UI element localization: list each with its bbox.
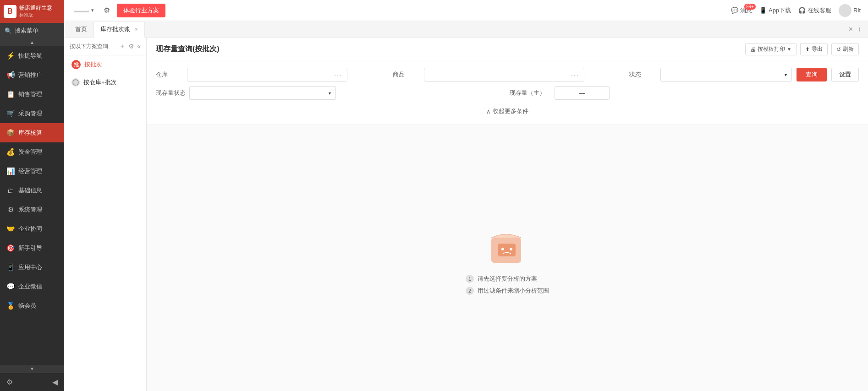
content-area: 按以下方案查询 ＋ ⚙ « 批 按批次 按仓库+批次 xyxy=(64,38,868,391)
page-header-actions: 🖨 按模板打印 ▼ ⬆ 导出 ↺ 刷新 xyxy=(745,43,859,55)
stock-status-filter-group: 现存量状态 ▾ xyxy=(156,86,505,100)
export-icon: ⬆ xyxy=(805,46,810,53)
warehouse-dots: ··· xyxy=(334,71,342,78)
tab-panel-close-area: × ⟩ xyxy=(846,25,863,33)
top-settings-btn[interactable]: ⚙ xyxy=(100,4,113,17)
hint-num-2: 2 xyxy=(466,287,474,295)
online-service-btn[interactable]: 🎧 在线客服 xyxy=(798,6,831,15)
refresh-btn[interactable]: ↺ 刷新 xyxy=(831,43,859,55)
footer-settings-icon[interactable]: ⚙ xyxy=(6,378,13,386)
operation-icon: 📊 xyxy=(6,167,15,175)
top-bar-right: 💬 消息 99+ 📱 App下载 🎧 在线客服 Rit xyxy=(731,4,861,17)
enterprise-icon: 🤝 xyxy=(6,225,15,233)
sidebar-item-sales[interactable]: 📋 销售管理 xyxy=(0,85,64,104)
sidebar-footer: ⚙ ◀ xyxy=(0,373,64,391)
left-panel-header: 按以下方案查询 ＋ ⚙ « xyxy=(64,38,146,55)
sidebar-item-system[interactable]: ⚙ 系统管理 xyxy=(0,200,64,219)
left-panel-icons: ＋ ⚙ « xyxy=(119,42,141,50)
sidebar-item-inventory[interactable]: 📦 库存核算 xyxy=(0,123,64,142)
stock-status-chevron-icon: ▾ xyxy=(329,91,331,96)
print-dropdown-icon: ▼ xyxy=(787,47,791,52)
printer-icon: 🖨 xyxy=(750,46,756,53)
top-bar: ▬▬▬ ▾ ⚙ 体验行业方案 💬 消息 99+ 📱 App下载 🎧 在线客服 xyxy=(64,0,868,21)
system-icon: ⚙ xyxy=(6,206,15,214)
tab-inventory-batch[interactable]: 库存批次账 × xyxy=(93,21,145,38)
company-dropdown[interactable]: ▬▬▬ ▾ xyxy=(71,5,97,15)
sidebar-item-enterprise[interactable]: 🤝 企业协同 xyxy=(0,219,64,239)
marketing-icon: 📢 xyxy=(6,71,15,79)
tab-close-icon[interactable]: × xyxy=(135,26,138,33)
sidebar-item-operation[interactable]: 📊 经营管理 xyxy=(0,162,64,181)
scroll-down-btn[interactable]: ▼ xyxy=(0,365,64,373)
phone-icon: 📱 xyxy=(759,7,767,14)
sidebar-item-finance[interactable]: 💰 资金管理 xyxy=(0,142,64,162)
basic-icon: 🗂 xyxy=(6,187,15,195)
print-btn[interactable]: 🖨 按模板打印 ▼ xyxy=(745,43,797,55)
sidebar-item-appcenter[interactable]: 📱 应用中心 xyxy=(0,258,64,277)
empty-hint: 1 请先选择要分析的方案 2 用过滤条件来缩小分析范围 xyxy=(466,275,549,295)
filter-area: 仓库 ··· 商品 ··· 状态 xyxy=(147,61,868,125)
circle-icon xyxy=(72,79,79,86)
sidebar-item-newbie[interactable]: 🎯 新手引导 xyxy=(0,239,64,258)
page-header: 现存量查询(按批次) 🖨 按模板打印 ▼ ⬆ 导出 ↺ 刷新 xyxy=(147,38,868,61)
quick-nav-icon: ⚡ xyxy=(6,52,15,60)
panel-close-btn[interactable]: × xyxy=(846,25,856,33)
hint-item-2: 2 用过滤条件来缩小分析范围 xyxy=(466,287,549,295)
chevron-down-icon: ▾ xyxy=(91,7,94,13)
sidebar-item-member[interactable]: 🏅 畅会员 xyxy=(0,296,64,315)
sidebar-item-marketing[interactable]: 📢 营销推广 xyxy=(0,65,64,85)
collapse-panel-icon[interactable]: « xyxy=(137,43,141,50)
stock-status-select[interactable]: ▾ xyxy=(189,86,336,100)
main-area: ▬▬▬ ▾ ⚙ 体验行业方案 💬 消息 99+ 📱 App下载 🎧 在线客服 xyxy=(64,0,868,391)
status-select[interactable]: ▾ xyxy=(660,68,792,81)
trial-btn[interactable]: 体验行业方案 xyxy=(117,4,165,17)
newbie-icon: 🎯 xyxy=(6,244,15,252)
svg-rect-2 xyxy=(498,244,516,256)
sidebar-item-quick-nav[interactable]: ⚡ 快捷导航 xyxy=(0,46,64,65)
tab-bar: 首页 库存批次账 × × ⟩ xyxy=(64,21,868,38)
app-download-btn[interactable]: 📱 App下载 xyxy=(759,6,791,15)
message-icon: 💬 xyxy=(731,7,738,14)
panel-expand-btn[interactable]: ⟩ xyxy=(856,26,863,33)
right-content: 现存量查询(按批次) 🖨 按模板打印 ▼ ⬆ 导出 ↺ 刷新 xyxy=(147,38,868,391)
sidebar-item-wechat[interactable]: 💬 企业微信 xyxy=(0,277,64,296)
messages-btn[interactable]: 💬 消息 99+ xyxy=(731,6,752,15)
finance-icon: 💰 xyxy=(6,148,15,156)
app-logo: B xyxy=(4,5,16,18)
scheme-icon-batch: 批 xyxy=(71,60,81,69)
scheme-icon-warehouse-batch xyxy=(71,78,80,87)
query-btn[interactable]: 查询 xyxy=(797,68,827,81)
stock-qty-range[interactable]: — xyxy=(555,86,610,100)
empty-state: 1 请先选择要分析的方案 2 用过滤条件来缩小分析范围 xyxy=(147,125,868,391)
scheme-item-by-warehouse-batch[interactable]: 按仓库+批次 xyxy=(64,74,146,91)
user-avatar-btn[interactable]: Rit xyxy=(839,4,861,17)
sidebar-item-basic[interactable]: 🗂 基础信息 xyxy=(0,181,64,200)
app-title: 畅康通好生意 标准版 xyxy=(19,5,52,18)
footer-collapse-icon[interactable]: ◀ xyxy=(52,378,58,386)
left-panel: 按以下方案查询 ＋ ⚙ « 批 按批次 按仓库+批次 xyxy=(64,38,147,391)
product-dots: ··· xyxy=(571,71,579,78)
product-input[interactable]: ··· xyxy=(424,68,584,81)
appcenter-icon: 📱 xyxy=(6,263,15,272)
collapse-filter-btn[interactable]: ∧ 收起更多条件 xyxy=(156,104,859,118)
scheme-item-by-batch[interactable]: 批 按批次 xyxy=(64,55,146,74)
sidebar-item-purchase[interactable]: 🛒 采购管理 xyxy=(0,104,64,123)
filter-row-1: 仓库 ··· 商品 ··· 状态 xyxy=(156,68,859,81)
sidebar: B 畅康通好生意 标准版 🔍 搜索菜单 ▲ ⚡ 快捷导航 📢 营销推广 📋 销售… xyxy=(0,0,64,391)
filter-settings-btn[interactable]: 设置 xyxy=(831,68,859,81)
tab-home[interactable]: 首页 xyxy=(69,22,93,37)
scheme-settings-icon[interactable]: ⚙ xyxy=(128,43,134,50)
settings-icon: ⚙ xyxy=(104,6,110,15)
add-scheme-icon[interactable]: ＋ xyxy=(119,42,126,50)
avatar xyxy=(839,4,852,17)
export-btn[interactable]: ⬆ 导出 xyxy=(800,43,828,55)
hint-item-1: 1 请先选择要分析的方案 xyxy=(466,275,537,283)
sidebar-search[interactable]: 🔍 搜索菜单 xyxy=(0,23,64,38)
collapse-up-icon: ∧ xyxy=(486,108,491,115)
warehouse-input[interactable]: ··· xyxy=(187,68,347,81)
empty-illustration xyxy=(484,222,530,267)
stock-qty-filter-group: 现存量（主） — xyxy=(510,86,859,100)
scroll-up-btn[interactable]: ▲ xyxy=(0,38,64,46)
svg-point-3 xyxy=(501,248,504,250)
sidebar-nav: ⚡ 快捷导航 📢 营销推广 📋 销售管理 🛒 采购管理 📦 库存核算 💰 资金管… xyxy=(0,46,64,365)
